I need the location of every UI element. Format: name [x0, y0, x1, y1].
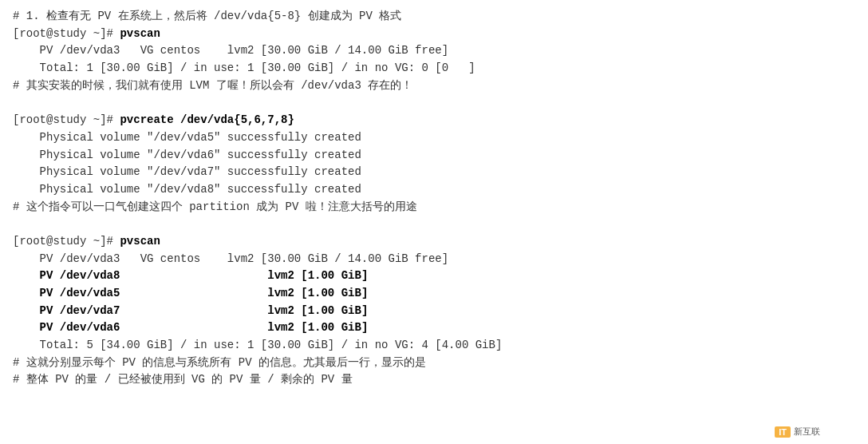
cmd-pvscan-1: pvscan — [120, 27, 160, 40]
watermark-text: 新互联 — [794, 426, 820, 438]
line-8: Physical volume "/dev/vda5" successfully… — [13, 129, 855, 147]
line-19: PV /dev/vda6 lvm2 [1.00 GiB] — [13, 319, 855, 337]
empty-line-2 — [13, 216, 855, 233]
line-4: Total: 1 [30.00 GiB] / in use: 1 [30.00 … — [13, 60, 855, 77]
terminal-window: # 1. 检查有无 PV 在系统上，然后将 /dev/vda{5-8} 创建成为… — [0, 0, 868, 444]
line-15: PV /dev/vda3 VG centos lvm2 [30.00 GiB /… — [13, 251, 855, 268]
line-18: PV /dev/vda7 lvm2 [1.00 GiB] — [13, 303, 855, 320]
watermark-box: IT — [775, 426, 791, 438]
prompt-3: [root@study ~]# — [13, 235, 120, 248]
cmd-pvscan-2: pvscan — [120, 235, 160, 248]
line-14: [root@study ~]# pvscan — [13, 233, 855, 251]
line-1: # 1. 检查有无 PV 在系统上，然后将 /dev/vda{5-8} 创建成为… — [13, 8, 855, 26]
line-11: Physical volume "/dev/vda8" successfully… — [13, 181, 855, 199]
line-9: Physical volume "/dev/vda6" successfully… — [13, 147, 855, 165]
empty-line-1 — [13, 94, 855, 112]
prompt-1: [root@study ~]# — [13, 27, 120, 40]
watermark: IT 新互联 — [775, 426, 820, 438]
line-12: # 这个指令可以一口气创建这四个 partition 成为 PV 啦！注意大括号… — [13, 199, 855, 216]
cmd-pvcreate: pvcreate /dev/vda{5,6,7,8} — [120, 113, 294, 126]
line-3: PV /dev/vda3 VG centos lvm2 [30.00 GiB /… — [13, 42, 855, 60]
line-16: PV /dev/vda8 lvm2 [1.00 GiB] — [13, 268, 855, 285]
line-2: [root@study ~]# pvscan — [13, 26, 855, 43]
line-22: # 整体 PV 的量 / 已经被使用到 VG 的 PV 量 / 剩余的 PV 量 — [13, 371, 855, 389]
line-17: PV /dev/vda5 lvm2 [1.00 GiB] — [13, 285, 855, 303]
line-7: [root@study ~]# pvcreate /dev/vda{5,6,7,… — [13, 112, 855, 129]
line-21: # 这就分别显示每个 PV 的信息与系统所有 PV 的信息。尤其最后一行，显示的… — [13, 355, 855, 372]
line-5: # 其实安装的时候，我们就有使用 LVM 了喔！所以会有 /dev/vda3 存… — [13, 77, 855, 95]
line-20: Total: 5 [34.00 GiB] / in use: 1 [30.00 … — [13, 337, 855, 355]
prompt-2: [root@study ~]# — [13, 113, 120, 126]
line-10: Physical volume "/dev/vda7" successfully… — [13, 164, 855, 181]
